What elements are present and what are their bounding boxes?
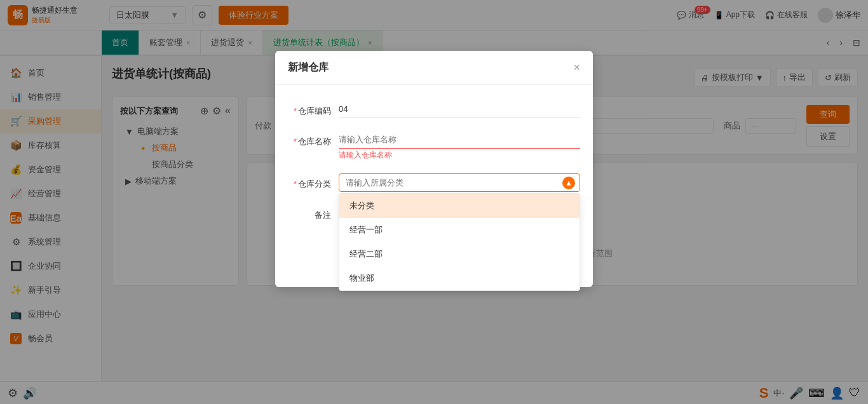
- name-input[interactable]: [339, 131, 580, 149]
- dropdown-item-property[interactable]: 物业部: [339, 266, 580, 290]
- modal-title: 新增仓库: [288, 61, 329, 74]
- category-control: ▲ 未分类 经营一部 经营二部 物业部: [339, 173, 580, 192]
- form-row-name: 仓库名称 请输入仓库名称: [288, 131, 580, 161]
- name-label: 仓库名称: [288, 131, 339, 147]
- dropdown-item-uncategorized-label: 未分类: [349, 201, 374, 210]
- category-label: 仓库分类: [288, 173, 339, 190]
- name-error: 请输入仓库名称: [339, 150, 580, 161]
- form-row-category: 仓库分类 ▲ 未分类 经营一部: [288, 173, 580, 192]
- note-label: 备注: [288, 205, 339, 221]
- modal-add-warehouse: 新增仓库 × 仓库编码 仓库名称 请输入仓库名称 仓库分类: [275, 51, 593, 287]
- code-label: 仓库编码: [288, 100, 339, 117]
- dropdown-item-dept1-label: 经营一部: [349, 225, 383, 234]
- dropdown-item-dept2[interactable]: 经营二部: [339, 242, 580, 266]
- dropdown-item-uncategorized[interactable]: 未分类: [339, 194, 580, 218]
- dropdown-item-dept1[interactable]: 经营一部: [339, 218, 580, 242]
- code-control: [339, 100, 580, 118]
- category-input[interactable]: [339, 173, 580, 192]
- form-row-code: 仓库编码: [288, 100, 580, 118]
- category-select-wrapper: ▲: [339, 173, 580, 192]
- dropdown-item-property-label: 物业部: [349, 273, 374, 283]
- modal-close-button[interactable]: ×: [573, 61, 580, 74]
- code-input[interactable]: [339, 100, 580, 118]
- category-dropdown: 未分类 经营一部 经营二部 物业部: [339, 193, 580, 291]
- modal-overlay[interactable]: 新增仓库 × 仓库编码 仓库名称 请输入仓库名称 仓库分类: [0, 0, 868, 404]
- modal-body: 仓库编码 仓库名称 请输入仓库名称 仓库分类 ▲: [275, 85, 593, 245]
- name-control: 请输入仓库名称: [339, 131, 580, 161]
- modal-header: 新增仓库 ×: [275, 51, 593, 85]
- dropdown-item-dept2-label: 经营二部: [349, 249, 383, 259]
